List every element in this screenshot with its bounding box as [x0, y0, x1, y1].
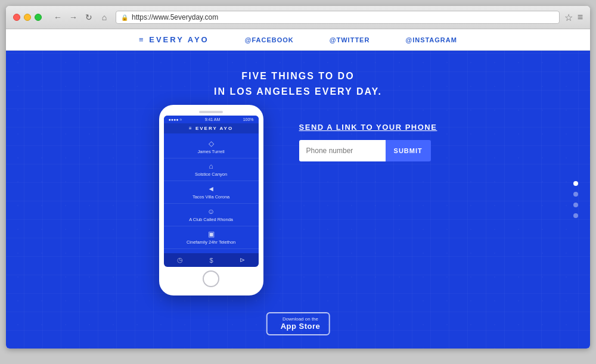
forward-button[interactable]: →: [67, 12, 80, 23]
phone-screen: ●●●● ≈ 9:41 AM 100% ≡ EVERY AYO ◇ James …: [164, 116, 259, 267]
list-item: ◇ James Turrell: [164, 136, 259, 158]
nav-buttons: ← → ↻ ⌂: [51, 12, 111, 23]
phone-mockup: ●●●● ≈ 9:41 AM 100% ≡ EVERY AYO ◇ James …: [159, 105, 263, 295]
address-text: https://www.5everyday.com: [132, 13, 554, 21]
maximize-button[interactable]: [35, 14, 42, 21]
twitter-link[interactable]: @TWITTER: [330, 36, 370, 43]
app-store-button[interactable]: Download on the App Store: [266, 312, 330, 335]
item-icon-1: ◇: [209, 139, 214, 148]
site-logo[interactable]: ≡ EVERY AYO: [139, 35, 209, 44]
tab-icon-dollar: $: [210, 257, 213, 264]
phone-battery: 100%: [243, 117, 254, 122]
right-panel: SEND A LINK TO YOUR PHONE SUBMIT: [299, 123, 437, 161]
item-icon-5: ▣: [208, 230, 215, 238]
minimize-button[interactable]: [24, 14, 31, 21]
address-bar-container: 🔒 https://www.5everyday.com: [116, 11, 560, 24]
browser-titlebar: ← → ↻ ⌂ 🔒 https://www.5everyday.com ☆ ≡: [6, 6, 590, 29]
tab-icon-clock: ◷: [177, 256, 183, 264]
dot-2[interactable]: [573, 192, 578, 197]
phone-app-header: ≡ EVERY AYO: [164, 123, 259, 133]
close-button[interactable]: [13, 14, 20, 21]
app-store-big-text: App Store: [281, 322, 321, 331]
phone-number-input[interactable]: [299, 140, 386, 161]
menu-button[interactable]: ≡: [578, 12, 583, 23]
app-store-area: Download on the App Store: [266, 312, 330, 335]
bookmark-button[interactable]: ☆: [564, 12, 573, 23]
submit-button[interactable]: SUBMIT: [386, 140, 431, 161]
send-link-label: SEND A LINK TO YOUR PHONE: [299, 123, 437, 132]
item-text-5: Cinefamily 24hr Telethon: [187, 239, 235, 245]
traffic-lights: [13, 14, 42, 21]
hero-headline: FIVE THINGS TO DO IN LOS ANGELES EVERY D…: [214, 69, 382, 99]
dot-4[interactable]: [573, 213, 578, 218]
item-text-4: A Club Called Rhonda: [189, 217, 233, 222]
list-item: ⌂ Solstice Canyon: [164, 158, 259, 181]
phone-status-left: ●●●● ≈: [169, 117, 182, 122]
browser-window: ← → ↻ ⌂ 🔒 https://www.5everyday.com ☆ ≡ …: [6, 6, 590, 349]
item-icon-2: ⌂: [209, 162, 213, 170]
list-item: ◄ Tacos Villa Corona: [164, 181, 259, 204]
address-bar[interactable]: 🔒 https://www.5everyday.com: [116, 11, 560, 24]
tab-icon-play: ⊳: [240, 256, 245, 264]
app-store-text: Download on the App Store: [281, 316, 321, 331]
instagram-link[interactable]: @INSTAGRAM: [405, 36, 457, 43]
item-icon-3: ◄: [207, 185, 215, 193]
refresh-button[interactable]: ↻: [82, 12, 95, 23]
phone-area: ●●●● ≈ 9:41 AM 100% ≡ EVERY AYO ◇ James …: [159, 105, 437, 295]
item-text-1: James Turrell: [198, 149, 225, 154]
item-text-2: Solstice Canyon: [195, 172, 227, 177]
site-nav: ≡ EVERY AYO @FACEBOOK @TWITTER @INSTAGRA…: [6, 29, 590, 51]
dot-3[interactable]: [573, 203, 578, 207]
phone-logo: ≡ EVERY AYO: [189, 126, 233, 131]
back-button[interactable]: ←: [51, 12, 64, 23]
phone-list: ◇ James Turrell ⌂ Solstice Canyon ◄ Taco…: [164, 133, 259, 253]
home-button[interactable]: ⌂: [98, 12, 111, 23]
main-content: FIVE THINGS TO DO IN LOS ANGELES EVERY D…: [6, 51, 590, 349]
app-store-small-text: Download on the: [281, 316, 321, 322]
phone-input-row: SUBMIT: [299, 140, 437, 161]
phone-tab-bar: ◷ $ ⊳: [164, 253, 259, 267]
phone-status-bar: ●●●● ≈ 9:41 AM 100%: [164, 116, 259, 123]
phone-time: 9:41 AM: [205, 117, 221, 122]
lock-icon: 🔒: [121, 14, 128, 21]
item-icon-4: ☺: [207, 207, 215, 216]
list-item: ☺ A Club Called Rhonda: [164, 204, 259, 226]
dot-1[interactable]: [573, 181, 578, 186]
pagination-dots: [573, 181, 578, 218]
phone-home-button[interactable]: [203, 270, 219, 287]
list-item: ▣ Cinefamily 24hr Telethon: [164, 226, 259, 249]
phone-speaker: [199, 111, 223, 113]
facebook-link[interactable]: @FACEBOOK: [245, 36, 294, 43]
item-text-3: Tacos Villa Corona: [193, 194, 229, 200]
browser-actions: ☆ ≡: [564, 12, 583, 23]
